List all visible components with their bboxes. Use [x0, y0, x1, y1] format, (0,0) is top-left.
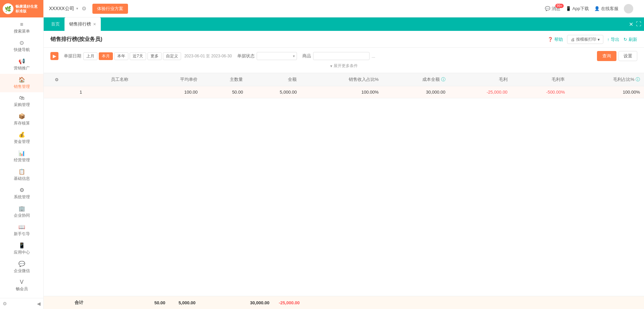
sidebar-collapse-icon[interactable]: ◀ — [37, 301, 41, 306]
export-btn[interactable]: ↑ 导出 — [607, 37, 620, 43]
sidebar-item-purchase[interactable]: 🛍 采购管理 — [0, 92, 43, 110]
refresh-btn[interactable]: ↻ 刷新 — [624, 37, 637, 43]
more-btn[interactable]: 更多 — [147, 52, 162, 60]
sidebar-icon-sales: 🏠 — [18, 76, 25, 83]
sidebar-icon-basic-info: 📋 — [18, 168, 25, 175]
col-cost: 成本全额 ⓘ — [383, 73, 449, 86]
tab-sales-rank[interactable]: 销售排行榜 ✕ — [65, 17, 101, 31]
sidebar-logo: 🌿 畅康通好生意 标准版 — [0, 0, 43, 17]
tabbar-actions: ✕ ⛶ — [629, 21, 641, 28]
sidebar-icon-marketing: 📢 — [18, 58, 25, 64]
online-service-btn[interactable]: 👤 在线客服 — [594, 6, 618, 12]
logo-icon: 🌿 — [3, 3, 13, 14]
footer-label: 合计 — [75, 300, 108, 306]
sidebar-item-operations[interactable]: 📊 经营管理 — [0, 147, 43, 166]
expand-down-icon: ▾ — [330, 64, 332, 68]
this-month-btn[interactable]: 本月 — [99, 52, 113, 60]
expand-more-btn[interactable]: ▾ 展开更多条件 — [330, 63, 358, 69]
table-body: 1 100.00 50.00 5,000.00 100.00% 30,000.0… — [44, 86, 644, 98]
message-btn[interactable]: 💬 消息 99+ — [545, 6, 560, 12]
goods-filter-label: 商品 — [302, 53, 311, 59]
row-gross: -25,000.00 — [449, 86, 512, 98]
col-avg-price: 平均单价 — [147, 73, 202, 86]
tab-home-label: 首页 — [51, 21, 60, 27]
template-print-btn[interactable]: 🖨 按模板打印 ▾ — [567, 35, 603, 44]
company-selector[interactable]: XXXXX公司 ▾ — [49, 6, 78, 12]
sidebar-item-finance[interactable]: 💰 资金管理 — [0, 129, 43, 147]
sidebar-item-inventory[interactable]: 📦 库存核算 — [0, 110, 43, 129]
date-filter-group: 单据日期 上月 本月 本年 近7天 更多 自定义 2023-06-01 至 20… — [64, 52, 232, 60]
sidebar-item-basic-info[interactable]: 📋 基础信息 — [0, 166, 43, 184]
sidebar-nav: ≡ 搜索菜单 ⊙ 快捷导航 📢 营销推广 🏠 销售管理 🛍 采购管理 📦 库存核… — [0, 17, 43, 298]
sidebar-item-guide[interactable]: 📖 新手引导 — [0, 221, 43, 240]
col-name: 员工名称 — [92, 73, 147, 86]
sidebar-item-wechat[interactable]: 💬 企业微信 — [0, 258, 43, 276]
tabbar: 首页 销售排行榜 ✕ ✕ ⛶ — [44, 17, 644, 31]
sidebar-item-app-center[interactable]: 📱 应用中心 — [0, 240, 43, 258]
sidebar-settings-icon[interactable]: ⚙ — [3, 301, 7, 306]
tabbar-expand-icon[interactable]: ⛶ — [636, 21, 641, 27]
tab-home[interactable]: 首页 — [46, 17, 65, 31]
sidebar-icon-finance: 💰 — [18, 132, 25, 138]
sidebar-icon-purchase: 🛍 — [19, 95, 25, 101]
page-title: 销售排行榜(按业务员) — [50, 36, 102, 43]
trial-btn[interactable]: 体验行业方案 — [92, 4, 128, 14]
goods-input[interactable] — [313, 52, 370, 60]
this-year-btn[interactable]: 本年 — [114, 52, 128, 60]
sidebar: 🌿 畅康通好生意 标准版 ≡ 搜索菜单 ⊙ 快捷导航 📢 营销推广 🏠 销售管理… — [0, 0, 44, 309]
filter-expand-row: ▾ 展开更多条件 — [50, 61, 637, 69]
app-download-btn[interactable]: 📱 App下载 — [566, 6, 589, 12]
tabbar-close-icon[interactable]: ✕ — [629, 21, 633, 28]
col-amount: 全额 — [247, 73, 301, 86]
last-7-btn[interactable]: 近7天 — [130, 52, 146, 60]
settings-btn[interactable]: 设置 — [618, 51, 637, 61]
filter-expand-btn[interactable]: ▶ — [50, 52, 58, 60]
help-link[interactable]: ❓ 帮助 — [548, 37, 563, 43]
sidebar-label-app-center: 应用中心 — [14, 250, 30, 255]
filter-action-btns: 查询 设置 — [597, 51, 637, 61]
col-gross-rate: 毛利率 — [512, 73, 569, 86]
sidebar-label-marketing: 营销推广 — [14, 65, 30, 71]
sidebar-label-system: 系统管理 — [14, 194, 30, 200]
message-icon: 💬 — [545, 6, 550, 11]
footer-amount: 5,000.00 — [165, 300, 196, 305]
column-settings-icon[interactable]: ⚙ — [55, 77, 59, 82]
row-amount: 5,000.00 — [247, 86, 301, 98]
col-settings[interactable]: ⚙ — [44, 73, 70, 86]
gross-pct-info-icon[interactable]: ⓘ — [636, 77, 640, 82]
sidebar-label-wechat: 企业微信 — [14, 268, 30, 274]
topbar-settings-icon[interactable]: ⚙ — [82, 5, 86, 12]
more-conditions-icon[interactable]: ... — [372, 54, 375, 59]
sidebar-icon-inventory: 📦 — [18, 113, 25, 119]
sidebar-item-marketing[interactable]: 📢 营销推广 — [0, 55, 43, 74]
sidebar-label-purchase: 采购管理 — [14, 102, 30, 108]
tab-close-icon[interactable]: ✕ — [93, 22, 96, 27]
sidebar-icon-operations: 📊 — [18, 150, 25, 156]
print-dropdown-icon: ▾ — [598, 37, 600, 42]
sidebar-item-sales[interactable]: 🏠 销售管理 — [0, 74, 43, 92]
sidebar-item-search-orders[interactable]: ≡ 搜索菜单 — [0, 19, 43, 37]
topbar-right: 💬 消息 99+ 📱 App下载 👤 在线客服 — [545, 4, 639, 13]
refresh-icon: ↻ — [624, 37, 627, 42]
row-avg-price: 100.00 — [147, 86, 202, 98]
status-select[interactable] — [257, 52, 297, 60]
footer-gross: -25,000.00 — [269, 300, 300, 305]
avatar[interactable] — [624, 4, 633, 13]
custom-btn[interactable]: 自定义 — [163, 52, 181, 60]
prev-month-btn[interactable]: 上月 — [83, 52, 97, 60]
sidebar-icon-enterprise: 🏢 — [18, 205, 25, 212]
service-icon: 👤 — [594, 6, 600, 11]
sidebar-item-member[interactable]: V 畅会员 — [0, 276, 43, 295]
query-btn[interactable]: 查询 — [597, 51, 616, 61]
data-table: ⚙ 员工名称 平均单价 主数量 全额 销售收入占比% 成本全额 ⓘ 毛利 毛利率… — [44, 73, 644, 98]
sidebar-item-quick-nav[interactable]: ⊙ 快捷导航 — [0, 37, 43, 55]
row-settings-icon — [44, 86, 70, 98]
footer-qty: 50.00 — [138, 300, 165, 305]
tab-sales-rank-label: 销售排行榜 — [69, 21, 91, 27]
sidebar-icon-system: ⚙ — [19, 187, 24, 193]
cost-info-icon[interactable]: ⓘ — [441, 77, 445, 82]
table-header: ⚙ 员工名称 平均单价 主数量 全额 销售收入占比% 成本全额 ⓘ 毛利 毛利率… — [44, 73, 644, 86]
sidebar-item-enterprise[interactable]: 🏢 企业协同 — [0, 203, 43, 221]
sidebar-item-system[interactable]: ⚙ 系统管理 — [0, 184, 43, 203]
filter-area: ▶ 单据日期 上月 本月 本年 近7天 更多 自定义 2023-06-01 至 … — [44, 48, 644, 73]
